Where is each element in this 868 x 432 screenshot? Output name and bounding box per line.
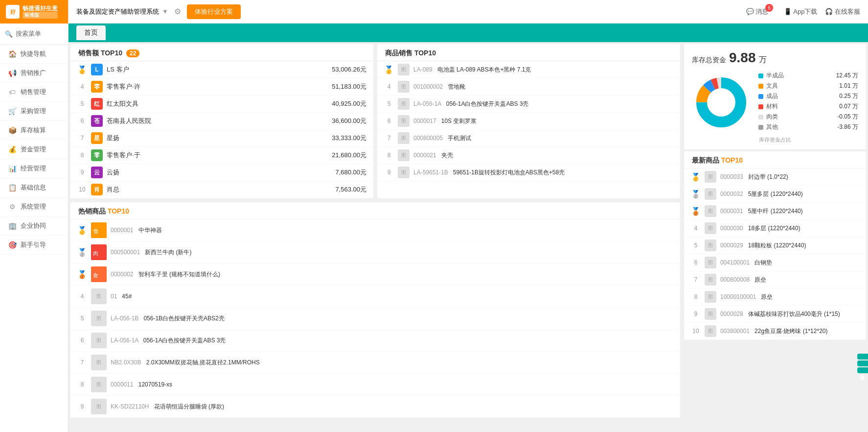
product-image: 图 xyxy=(705,188,716,200)
sidebar-item-inventory[interactable]: 📦 库存核算 xyxy=(0,121,68,140)
table-row: 5 图 LA-056-1B 056-1B白色按键开关壳ABS2壳 xyxy=(70,308,680,330)
product-name: LA-056-1B 056-1B白色按键开关壳ABS2壳 xyxy=(111,314,673,323)
product-image: 图 xyxy=(398,132,410,144)
products-rows: 🥇 图 LA-089 电池盖 LA-089 ABS本色+黑种 7.1克 4 图 … xyxy=(377,61,680,181)
table-row: 🥇 L LS 客户 53,006.26元 xyxy=(70,61,373,78)
app-download-nav[interactable]: 📱 App下载 xyxy=(784,7,817,16)
table-row: 5 红 红太阳文具 40,925.00元 xyxy=(70,96,373,113)
right-panel: 库存总资金 9.88 万 xyxy=(682,42,868,432)
legend-item-semifinished: 半成品 12.45 万 xyxy=(758,72,858,80)
legend-name: 肉类 xyxy=(766,113,834,121)
tab-home[interactable]: 首页 xyxy=(76,25,106,40)
sales-name: 云扬 xyxy=(107,168,331,177)
sales-amount: 51,183.00元 xyxy=(332,82,366,91)
sidebar-item-basic-info[interactable]: 📋 基础信息 xyxy=(0,178,68,197)
sidebar-item-purchase[interactable]: 🛒 采购管理 xyxy=(0,102,68,121)
rank-number: 9 xyxy=(77,169,87,176)
svg-text:食: 食 xyxy=(93,228,99,235)
sales-amount: 33,333.00元 xyxy=(332,134,366,143)
sales-amount: 40,925.00元 xyxy=(332,99,366,108)
sidebar-item-home[interactable]: 🏠 快捷导航 xyxy=(0,45,68,64)
product-info: 0000017 10S 变刺罗浆 xyxy=(413,117,673,125)
product-info: LA-089 电池盖 LA-089 ABS本色+黑种 7.1克 xyxy=(413,66,673,74)
sidebar: 好 畅捷通好生意 标准版 🔍 搜索菜单 🏠 快捷导航 📢 营销推广 🏷 销售管理… xyxy=(0,0,69,432)
legend-name: 文具 xyxy=(766,82,836,90)
rank-number: 4 xyxy=(384,83,394,90)
table-row: 4 图 01 45# xyxy=(70,286,680,308)
rank-number: 5 xyxy=(77,100,87,107)
online-service-nav[interactable]: 🎧 在线客服 xyxy=(825,7,860,16)
legend-item-meat: 肉类 -0.05 万 xyxy=(758,113,858,121)
avatar: 零 xyxy=(91,149,103,161)
sales-name: 星扬 xyxy=(107,134,328,143)
rank-number: 7 xyxy=(77,135,87,142)
settings-icon[interactable]: ⚙ xyxy=(174,7,181,16)
table-row: 10 图 003800001 22g鱼豆腐·烧烤味 (1*12*20) xyxy=(684,323,866,340)
collab-icon: 🏢 xyxy=(8,221,17,230)
finance-icon: 💰 xyxy=(8,145,17,154)
top-row: 销售额 TOP10 22 🥇 L LS 客户 53,006.26元 xyxy=(69,42,682,200)
sidebar-item-guide[interactable]: 🎯 新手引导 xyxy=(0,236,68,255)
table-row: 5 图 LA-056-1A 056-1A白色按键开关盖ABS 3壳 xyxy=(377,96,680,113)
table-row: 8 图 10000100001 原垒 xyxy=(684,288,866,306)
product-name: 0000033 封边带 (1.0*22) xyxy=(720,173,859,181)
sidebar-item-label: 基础信息 xyxy=(21,183,46,192)
dropdown-icon[interactable]: ▼ xyxy=(162,8,168,15)
home-icon: 🏠 xyxy=(8,49,17,58)
sales-panel-title: 销售额 TOP10 xyxy=(78,49,122,58)
inventory-legend: 半成品 12.45 万 文具 1.01 万 成品 0.25 万 xyxy=(758,72,858,133)
cs-hotline-button[interactable]: 客服热线 xyxy=(857,354,868,360)
purchase-icon: 🛒 xyxy=(8,107,17,116)
avatar: 云 xyxy=(91,167,103,178)
product-image: 图 xyxy=(398,64,410,75)
sidebar-item-sales[interactable]: 🏷 销售管理 xyxy=(0,83,68,102)
sales-amount: 7,680.00元 xyxy=(335,168,366,177)
sidebar-item-finance[interactable]: 💰 资金管理 xyxy=(0,140,68,159)
sidebar-item-label: 经营管理 xyxy=(21,164,46,173)
newest-top10-title: 最新商品 TOP10 xyxy=(684,151,866,168)
sales-badge: 22 xyxy=(126,49,139,57)
product-name: 003800001 22g鱼豆腐·烧烤味 (1*12*20) xyxy=(720,327,859,336)
table-row: 4 图 0000030 18多层 (1220*2440) xyxy=(684,220,866,237)
table-row: 🥇 食 0000001 中华神器 xyxy=(70,219,680,241)
sidebar-item-system[interactable]: ⚙ 系统管理 xyxy=(0,197,68,216)
product-image: 图 xyxy=(705,205,716,217)
newest-top10-panel: 最新商品 TOP10 🥇 图 0000033 封边带 (1.0*22) 🥈 图 … xyxy=(684,151,866,340)
sidebar-item-marketing[interactable]: 📢 营销推广 xyxy=(0,64,68,83)
rank-number: 6 xyxy=(691,259,701,266)
message-nav[interactable]: 💬 消息6 xyxy=(746,7,777,16)
cs-live-button[interactable]: 直播 xyxy=(857,367,868,373)
table-row: 9 图 KK-SD22110H 花语萌恒温分腿睡袋 (厚款) xyxy=(70,396,680,418)
chart-container: 半成品 12.45 万 文具 1.01 万 成品 0.25 万 xyxy=(692,72,858,133)
sales-name: 零售客户·许 xyxy=(107,82,328,91)
table-row: 6 图 LA-056-1A 056-1A白色按键开关盖ABS 3壳 xyxy=(70,330,680,352)
sidebar-item-label: 快捷导航 xyxy=(21,49,46,58)
rank-number: 5 xyxy=(691,242,701,249)
table-row: 🥈 肉 000500001 新西兰牛肉 (新牛) xyxy=(70,241,680,264)
logo-icon: 好 xyxy=(6,5,20,19)
rank-number: 6 xyxy=(77,337,87,344)
sidebar-item-collab[interactable]: 🏢 企业协同 xyxy=(0,216,68,236)
product-image: 图 xyxy=(705,274,716,286)
table-row: 9 云 云扬 7,680.00元 xyxy=(70,164,373,181)
table-row: 🥉 图 0000031 5厘中纤 (1220*2440) xyxy=(684,203,866,220)
table-row: 6 图 0000017 10S 变刺罗浆 xyxy=(377,113,680,130)
product-name: LA-056-1A 056-1A白色按键开关盖ABS 3壳 xyxy=(111,336,673,345)
cs-community-button[interactable]: 服务社区 xyxy=(857,360,868,366)
search-menu-label: 搜索菜单 xyxy=(16,29,41,38)
rank-number: 7 xyxy=(691,276,701,283)
sidebar-item-operations[interactable]: 📊 经营管理 xyxy=(0,159,68,178)
product-name: 000800008 原垒 xyxy=(720,276,859,284)
inventory-icon: 📦 xyxy=(8,126,17,135)
search-menu-button[interactable]: 🔍 搜索菜单 xyxy=(5,27,63,40)
legend-dot xyxy=(758,125,763,130)
trial-button[interactable]: 体验行业方案 xyxy=(187,4,241,19)
product-name: 0000032 5厘多层 (1220*2440) xyxy=(720,190,859,198)
legend-item-material: 材料 0.07 万 xyxy=(758,102,858,111)
rank-number: 6 xyxy=(77,118,87,124)
product-name: 0000031 5厘中纤 (1220*2440) xyxy=(720,207,859,216)
sidebar-item-label: 采购管理 xyxy=(21,107,46,116)
svg-text:肉: 肉 xyxy=(93,250,98,256)
rank-number: 7 xyxy=(384,135,394,142)
table-row: 8 图 0000021 夹壳 xyxy=(377,147,680,164)
